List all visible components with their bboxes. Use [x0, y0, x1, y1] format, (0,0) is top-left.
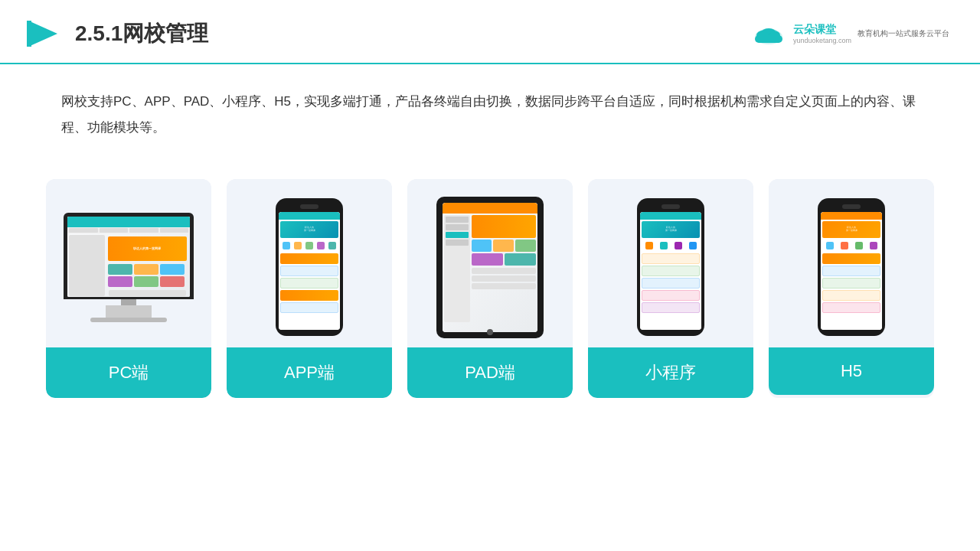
h5-device: 职达人的第一堂网课 — [818, 198, 885, 336]
logo-arrow — [23, 14, 63, 54]
card-pad-label: PAD端 — [407, 347, 573, 398]
header: 2.5.1网校管理 云朵课堂 yunduoketang.com 教育机构一站式服… — [0, 0, 980, 64]
card-app-image: 职达人的第一堂网课 — [227, 179, 392, 347]
app-device: 职达人的第一堂网课 — [276, 198, 343, 336]
brand-name-en: yunduoketang.com — [793, 37, 851, 44]
card-pc-image: 职达人的第一堂网课 — [46, 179, 211, 347]
brand-text-group: 云朵课堂 yunduoketang.com — [793, 23, 851, 44]
card-miniprogram: 职达人的第一堂网课 — [588, 179, 753, 398]
cloud-icon — [750, 21, 787, 46]
card-h5: 职达人的第一堂网课 — [769, 179, 934, 398]
card-app: 职达人的第一堂网课 — [227, 179, 392, 398]
svg-marker-0 — [28, 21, 57, 47]
card-miniprogram-image: 职达人的第一堂网课 — [588, 179, 753, 347]
card-h5-image: 职达人的第一堂网课 — [769, 179, 934, 347]
miniprogram-device: 职达人的第一堂网课 — [637, 198, 704, 336]
card-pad: PAD端 — [407, 179, 573, 398]
svg-rect-1 — [27, 21, 31, 47]
pc-device: 职达人的第一堂网课 — [64, 213, 194, 322]
card-pc: 职达人的第一堂网课 — [46, 179, 211, 398]
header-left: 2.5.1网校管理 — [23, 14, 208, 54]
card-miniprogram-label: 小程序 — [588, 347, 753, 398]
brand-name-cn: 云朵课堂 — [793, 23, 851, 37]
cards-container: 职达人的第一堂网课 — [0, 164, 980, 421]
description-text: 网校支持PC、APP、PAD、小程序、H5，实现多端打通，产品各终端自由切换，数… — [0, 64, 980, 156]
brand-logo: 云朵课堂 yunduoketang.com 教育机构一站式服务云平台 — [750, 21, 949, 46]
brand-slogan: 教育机构一站式服务云平台 — [858, 28, 949, 39]
svg-rect-7 — [755, 35, 782, 43]
card-app-label: APP端 — [227, 347, 392, 398]
page-title: 2.5.1网校管理 — [75, 19, 208, 48]
pad-device — [436, 197, 544, 338]
card-h5-label: H5 — [769, 347, 934, 395]
card-pc-label: PC端 — [46, 347, 211, 398]
card-pad-image — [407, 179, 573, 347]
